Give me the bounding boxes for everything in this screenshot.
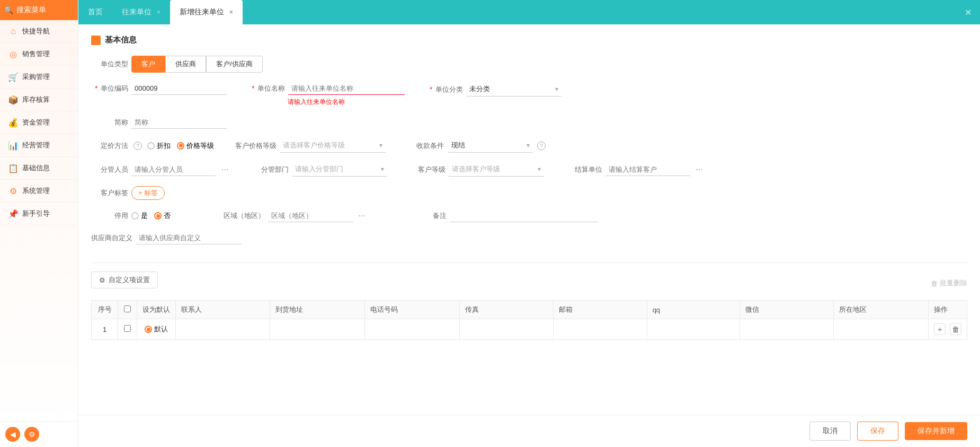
disabled-no-option[interactable]: 否 xyxy=(154,211,171,221)
col-checkbox[interactable] xyxy=(118,301,137,319)
disabled-cell: 停用 是 否 xyxy=(91,211,171,221)
short-name-input[interactable] xyxy=(131,116,227,129)
tab-new-contact-close[interactable]: × xyxy=(229,8,233,16)
sidebar-label-inventory: 库存核算 xyxy=(22,95,50,104)
pricing-discount-radio[interactable] xyxy=(147,142,155,150)
tab-contacts[interactable]: 往来单位 × xyxy=(112,0,170,24)
cell-qq[interactable] xyxy=(647,319,740,340)
sidebar-search[interactable]: 🔍 搜索菜单 xyxy=(0,0,78,20)
pricing-help-icon[interactable]: ? xyxy=(133,142,142,150)
disabled-no-radio[interactable] xyxy=(154,212,162,220)
cell-checkbox[interactable] xyxy=(118,319,137,340)
sidebar-label-system: 系统管理 xyxy=(22,186,50,196)
sidebar-bottom: ◀ ⚙ xyxy=(0,421,78,447)
cell-fax[interactable] xyxy=(460,319,554,340)
cell-phone[interactable] xyxy=(364,319,459,340)
region-input[interactable] xyxy=(268,209,353,222)
settlement-unit-more-btn[interactable]: ··· xyxy=(693,165,705,174)
tab-contacts-close[interactable]: × xyxy=(157,8,161,16)
wechat-input[interactable] xyxy=(745,326,828,334)
department-placeholder: 请输入分管部门 xyxy=(295,164,343,174)
disabled-label: 停用 xyxy=(91,211,128,221)
col-email: 邮箱 xyxy=(553,301,647,319)
supervisor-input[interactable] xyxy=(131,163,216,176)
contact-table: 序号 设为默认 联系人 到货地址 电话号码 传真 邮箱 qq 微信 所在地区 操… xyxy=(91,300,967,340)
default-radio[interactable] xyxy=(145,326,152,333)
sidebar-item-finance[interactable]: 💰 资金管理 xyxy=(0,111,78,134)
remark-label: 备注 xyxy=(409,211,447,221)
cell-address[interactable] xyxy=(270,319,364,340)
sidebar-item-guide[interactable]: 📌 新手引导 xyxy=(0,203,78,225)
cell-contact[interactable] xyxy=(176,319,270,340)
col-fax: 传真 xyxy=(460,301,554,319)
cell-wechat[interactable] xyxy=(740,319,834,340)
tab-home[interactable]: 首页 xyxy=(78,0,112,24)
unit-name-input[interactable] xyxy=(288,82,405,95)
cancel-button[interactable]: 取消 xyxy=(809,422,851,441)
fax-input[interactable] xyxy=(465,326,548,334)
save-button[interactable]: 保存 xyxy=(857,422,898,441)
select-all-checkbox[interactable] xyxy=(124,305,131,312)
unit-type-both-btn[interactable]: 客户/供应商 xyxy=(206,56,263,73)
sidebar-item-quick-nav[interactable]: ⌂ 快捷导航 xyxy=(0,20,78,43)
pricing-price-level-radio[interactable] xyxy=(177,142,184,150)
cell-area[interactable] xyxy=(834,319,929,340)
sidebar-item-sales[interactable]: ◎ 销售管理 xyxy=(0,43,78,66)
batch-delete-btn[interactable]: 🗑 批量删除 xyxy=(931,278,967,288)
phone-input[interactable] xyxy=(370,326,454,334)
pricing-discount-option[interactable]: 折扣 xyxy=(147,141,171,151)
sidebar-item-operations[interactable]: 📊 经营管理 xyxy=(0,134,78,157)
payment-terms-chevron: ▾ xyxy=(527,142,530,149)
disabled-yes-label: 是 xyxy=(141,211,148,221)
sidebar-item-purchase[interactable]: 🛒 采购管理 xyxy=(0,66,78,89)
add-tag-btn[interactable]: + 标签 xyxy=(131,186,165,200)
default-radio-item[interactable]: 默认 xyxy=(142,325,170,334)
col-phone: 电话号码 xyxy=(364,301,459,319)
supervisor-cell: 分管人员 ··· xyxy=(91,163,230,176)
unit-type-supplier-btn[interactable]: 供应商 xyxy=(165,56,206,73)
unit-type-customer-btn[interactable]: 客户 xyxy=(131,56,165,73)
customer-level-select[interactable]: 请选择客户等级 ▾ xyxy=(449,162,544,177)
supplier-custom-input[interactable] xyxy=(136,232,242,244)
payment-terms-select[interactable]: 现结 ▾ xyxy=(448,138,533,153)
custom-settings-icon: ⚙ xyxy=(99,276,105,284)
contact-input[interactable] xyxy=(181,326,264,334)
department-select[interactable]: 请输入分管部门 ▾ xyxy=(292,162,387,177)
row-delete-btn[interactable]: 🗑 xyxy=(950,323,961,335)
unit-code-input[interactable] xyxy=(131,82,227,95)
custom-settings-btn[interactable]: ⚙ 自定义项设置 xyxy=(91,271,158,288)
window-close-btn[interactable]: ✕ xyxy=(965,7,972,17)
short-name-cell: 简称 xyxy=(91,116,227,129)
unit-type-label: 单位类型 xyxy=(91,59,128,69)
remark-input[interactable] xyxy=(450,209,598,222)
department-chevron: ▾ xyxy=(381,165,384,173)
sidebar-item-basic[interactable]: 📋 基础信息 xyxy=(0,157,78,180)
region-more-btn[interactable]: ··· xyxy=(356,211,367,221)
area-input[interactable] xyxy=(839,326,923,334)
disabled-yes-radio[interactable] xyxy=(131,212,139,220)
sidebar-collapse-btn[interactable]: ◀ xyxy=(5,427,20,442)
address-input[interactable] xyxy=(275,326,359,334)
cell-email[interactable] xyxy=(553,319,647,340)
customer-price-level-select[interactable]: 请选择客户价格等级 ▾ xyxy=(280,138,386,153)
row-add-btn[interactable]: + xyxy=(934,323,946,335)
disabled-no-label: 否 xyxy=(164,211,171,221)
pricing-price-level-option[interactable]: 价格等级 xyxy=(177,141,214,151)
tab-new-contact[interactable]: 新增往来单位 × xyxy=(170,0,243,24)
payment-terms-help-icon[interactable]: ? xyxy=(537,142,546,150)
row-checkbox[interactable] xyxy=(124,325,131,332)
email-input[interactable] xyxy=(559,326,642,334)
sidebar-settings-btn[interactable]: ⚙ xyxy=(24,427,39,442)
supervisor-more-btn[interactable]: ··· xyxy=(219,165,230,174)
region-cell: 区域（地区） ··· xyxy=(224,209,367,222)
disabled-yes-option[interactable]: 是 xyxy=(131,211,148,221)
sidebar-item-inventory[interactable]: 📦 库存核算 xyxy=(0,89,78,111)
qq-input[interactable] xyxy=(653,326,735,334)
sidebar-label-basic: 基础信息 xyxy=(22,163,50,173)
save-and-new-button[interactable]: 保存并新增 xyxy=(905,422,967,440)
remark-cell: 备注 xyxy=(409,209,598,222)
settlement-unit-input[interactable] xyxy=(605,163,690,176)
unit-category-select[interactable]: 未分类 ▾ xyxy=(466,82,562,97)
purchase-icon: 🛒 xyxy=(8,72,18,82)
sidebar-item-system[interactable]: ⚙ 系统管理 xyxy=(0,180,78,203)
